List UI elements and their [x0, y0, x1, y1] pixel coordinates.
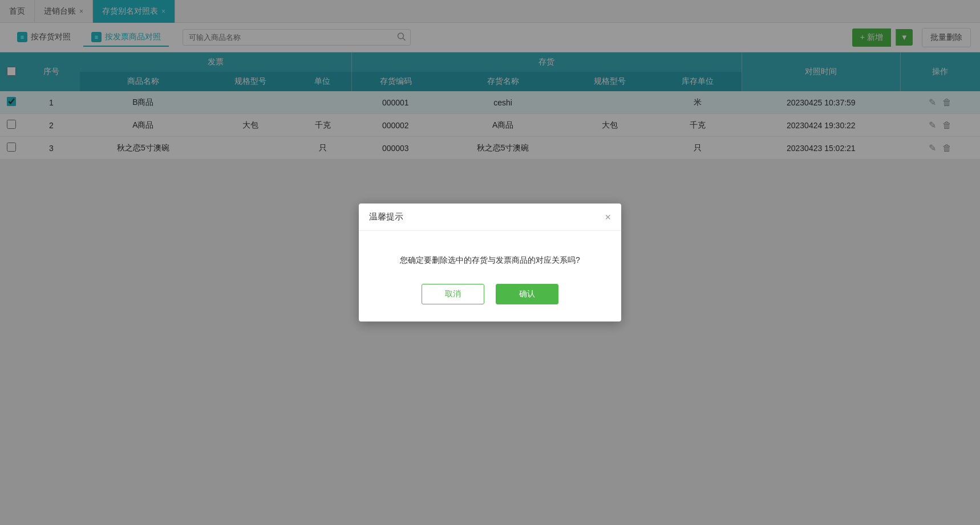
dialog: 温馨提示 × 您确定要删除选中的存货与发票商品的对应关系吗? 取消 确认	[359, 204, 621, 321]
dialog-footer: 取消 确认	[359, 284, 621, 321]
btn-confirm[interactable]: 确认	[496, 284, 558, 304]
overlay: 温馨提示 × 您确定要删除选中的存货与发票商品的对应关系吗? 取消 确认	[0, 0, 980, 525]
dialog-header: 温馨提示 ×	[359, 204, 621, 231]
dialog-message: 您确定要删除选中的存货与发票商品的对应关系吗?	[400, 255, 580, 264]
dialog-title: 温馨提示	[369, 211, 403, 222]
dialog-body: 您确定要删除选中的存货与发票商品的对应关系吗?	[359, 231, 621, 283]
dialog-close-button[interactable]: ×	[605, 212, 611, 222]
btn-cancel[interactable]: 取消	[422, 284, 484, 304]
